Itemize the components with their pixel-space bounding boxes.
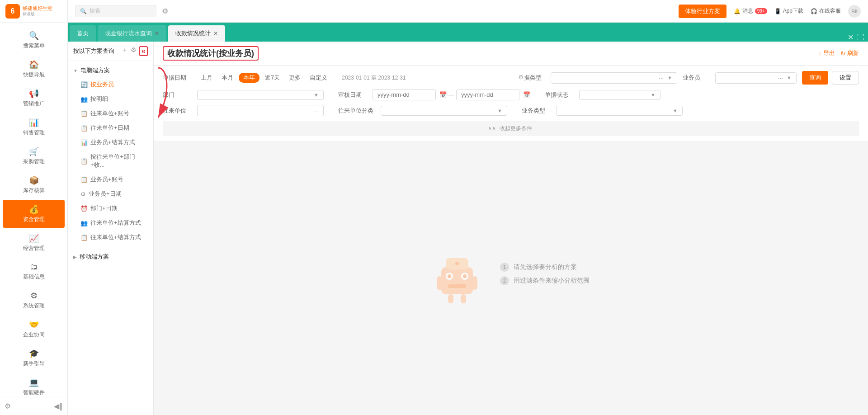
salesperson-select[interactable]: ··· ▼ <box>715 72 797 84</box>
scheme-icon-unit-dept: 📋 <box>80 158 88 165</box>
tab-bank-close[interactable]: ✕ <box>155 30 159 37</box>
tab-receipt-close[interactable]: ✕ <box>213 30 218 37</box>
date-tab-custom[interactable]: 自定义 <box>306 73 331 83</box>
scheme-item-unit-settle2[interactable]: 📋 往来单位+结算方式 <box>68 230 153 245</box>
scheme-item-unit-account[interactable]: 📋 往来单位+账号 <box>68 106 153 121</box>
sidebar-nav: 🔍 搜索菜单 🏠 快捷导航 📢 营销推广 📊 销售管理 🛒 采购管理 📦 库存核… <box>0 23 67 397</box>
sidebar-item-finance[interactable]: 💰 资金管理 <box>3 200 65 228</box>
scheme-item-unit-settle1[interactable]: 👥 往来单位+结算方式 <box>68 216 153 230</box>
scheme-item-unit-dept[interactable]: 📋 按往来单位+部门+收... <box>68 150 153 172</box>
settings-button[interactable]: 设置 <box>832 71 859 85</box>
sidebar-item-sales[interactable]: 📊 销售管理 <box>3 113 65 141</box>
partner-category-select[interactable]: ▼ <box>381 106 507 116</box>
sidebar-item-enterprise[interactable]: 🤝 企业协同 <box>3 315 65 343</box>
date-tab-last-7[interactable]: 近7天 <box>261 73 283 83</box>
scheme-icon-unit-date: 📋 <box>80 125 88 132</box>
type-select[interactable]: ··· ▼ <box>551 72 677 84</box>
sidebar-item-guide[interactable]: 🎓 新手引导 <box>3 344 65 372</box>
robot-container <box>432 254 482 303</box>
sidebar-item-inventory[interactable]: 📦 库存核算 <box>3 171 65 199</box>
finance-nav-icon: 💰 <box>29 204 39 214</box>
date-tab-this-year[interactable]: 本年 <box>239 73 259 83</box>
svg-rect-0 <box>441 267 473 294</box>
review-date-to[interactable] <box>456 89 519 100</box>
scheme-item-detail[interactable]: 👥 按明细 <box>68 92 153 106</box>
marketing-nav-label: 营销推广 <box>23 100 45 108</box>
tab-home[interactable]: 首页 <box>70 25 96 42</box>
query-button[interactable]: 查询 <box>802 71 828 85</box>
tab-bank[interactable]: 现金银行流水查询 ✕ <box>98 25 166 42</box>
main-area: 🔍 搜索 ⚙ 体验行业方案 🔔 消息 99+ 📱 App下载 🎧 <box>68 0 868 415</box>
scheme-item-dept-date[interactable]: ⏰ 部门+日期 <box>68 201 153 216</box>
topbar-settings-icon[interactable]: ⚙ <box>162 7 168 15</box>
tab-bank-label: 现金银行流水查询 <box>105 29 152 38</box>
online-service-btn[interactable]: 🎧 在线客服 <box>811 7 841 15</box>
scheme-group-mobile-header[interactable]: ▶ 移动端方案 <box>68 250 153 264</box>
refresh-btn[interactable]: ↻ 刷新 <box>840 49 859 57</box>
scheme-item-salesperson-settle[interactable]: 📊 业务员+结算方式 <box>68 135 153 150</box>
sidebar-item-search[interactable]: 🔍 搜索菜单 <box>3 26 65 54</box>
scheme-settings-btn[interactable]: ⚙ <box>131 46 137 56</box>
top-search-box[interactable]: 🔍 搜索 <box>75 5 156 17</box>
top-bar-left: 🔍 搜索 ⚙ <box>75 5 168 17</box>
sidebar-item-system[interactable]: ⚙ 系统管理 <box>3 286 65 314</box>
sidebar-item-operation[interactable]: 📈 经营管理 <box>3 229 65 257</box>
notification-btn[interactable]: 🔔 消息 99+ <box>734 7 767 15</box>
basic-nav-label: 基础信息 <box>23 273 45 281</box>
calendar-icon-from[interactable]: 📅 <box>439 91 447 98</box>
business-type-select[interactable]: ▼ <box>556 106 683 116</box>
date-tab-last-month[interactable]: 上月 <box>197 73 216 83</box>
scheme-icon-salesperson-acct: 📋 <box>80 176 88 183</box>
type-more-icon[interactable]: ··· <box>659 75 664 81</box>
salesperson-arrow: ▼ <box>787 75 792 80</box>
scheme-item-salesperson-acct[interactable]: 📋 业务员+账号 <box>68 172 153 187</box>
sidebar: 6 畅捷通好生意 标准版 🔍 搜索菜单 🏠 快捷导航 📢 营销推广 📊 销售管理… <box>0 0 68 415</box>
bill-status-label: 单据状态 <box>545 91 572 99</box>
dept-select[interactable]: ▼ <box>197 90 324 100</box>
collapse-bar[interactable]: ∧∧ 收起更多条件 <box>163 121 859 136</box>
app-download-btn[interactable]: 📱 App下载 <box>774 7 803 15</box>
tab-receipt[interactable]: 收款情况统计 ✕ <box>168 25 225 42</box>
tab-close-all-btn[interactable]: ✕ <box>848 33 854 42</box>
settings-icon[interactable]: ⚙ <box>5 402 11 410</box>
add-scheme-btn[interactable]: ＋ <box>122 46 128 56</box>
bill-status-arrow: ▼ <box>651 92 656 98</box>
basic-nav-icon: 🗂 <box>30 262 38 272</box>
sidebar-item-shortcut[interactable]: 🏠 快捷导航 <box>3 55 65 83</box>
salesperson-more-icon[interactable]: ··· <box>778 75 783 81</box>
sidebar-item-marketing[interactable]: 📢 营销推广 <box>3 84 65 112</box>
review-date-from[interactable] <box>373 89 436 100</box>
sidebar-item-basic[interactable]: 🗂 基础信息 <box>3 258 65 285</box>
sidebar-item-hardware[interactable]: 💻 智能硬件 <box>3 373 65 397</box>
review-date-label: 审核日期 <box>338 91 365 99</box>
calendar-icon-to[interactable]: 📅 <box>523 91 530 98</box>
scheme-item-unit-date[interactable]: 📋 往来单位+日期 <box>68 121 153 135</box>
trial-button[interactable]: 体验行业方案 <box>679 5 726 18</box>
partner-select[interactable]: ··· <box>197 105 324 116</box>
collapse-panel-btn[interactable]: « <box>139 46 148 56</box>
scheme-group-desktop-header[interactable]: ▼ 电脑端方案 <box>68 64 153 77</box>
review-date-range: 📅 — 📅 <box>373 89 530 100</box>
system-nav-label: 系统管理 <box>23 302 45 310</box>
empty-step-2: 2 用过滤条件来缩小分析范围 <box>500 276 590 285</box>
sidebar-item-purchase[interactable]: 🛒 采购管理 <box>3 142 65 170</box>
date-tab-more[interactable]: 更多 <box>285 73 304 83</box>
page-header-actions: ↑ 导出 ↻ 刷新 <box>819 49 859 57</box>
partner-more-icon[interactable]: ··· <box>314 107 319 114</box>
sales-nav-icon: 📊 <box>29 118 39 127</box>
scheme-label-salesperson-acct: 业务员+账号 <box>90 175 123 184</box>
export-btn[interactable]: ↑ 导出 <box>819 49 835 57</box>
scheme-item-salesperson[interactable]: 🔄 按业务员 <box>68 77 153 92</box>
inventory-nav-icon: 📦 <box>29 175 39 185</box>
date-tab-this-month[interactable]: 本月 <box>218 73 237 83</box>
scheme-item-salesperson-date[interactable]: ⚙ 业务员+日期 <box>68 187 153 201</box>
scheme-label-unit-account: 往来单位+账号 <box>90 109 129 118</box>
bill-status-select[interactable]: ▼ <box>579 90 660 100</box>
salesperson-label: 业务员 <box>683 74 710 82</box>
scheme-label-unit-settle1: 往来单位+结算方式 <box>90 219 141 227</box>
tab-expand-btn[interactable]: ⛶ <box>857 33 864 42</box>
collapse-sidebar-icon[interactable]: ◀‖ <box>54 402 63 410</box>
user-avatar[interactable]: Rit <box>848 5 861 18</box>
mobile-group-arrow-icon: ▶ <box>73 255 77 259</box>
page-title: 收款情况统计(按业务员) <box>163 46 259 61</box>
